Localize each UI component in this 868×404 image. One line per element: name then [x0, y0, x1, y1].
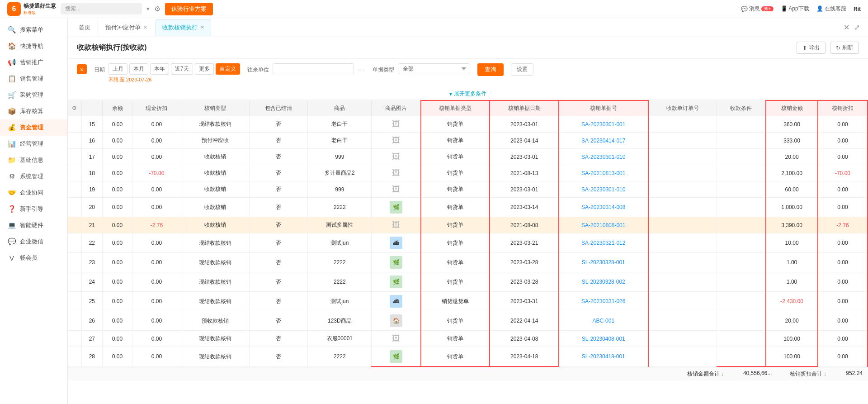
footer-discount-total: 952.24: [846, 370, 863, 378]
page-actions: ⬆ 导出 ↻ 刷新: [797, 42, 859, 54]
tab-home[interactable]: 首页: [71, 18, 98, 37]
td-voucher-no[interactable]: SL-20230408-001: [559, 331, 648, 347]
td-goods: 衣服00001: [308, 331, 372, 347]
sidebar-item-inventory[interactable]: 📦 库存核算: [0, 103, 67, 119]
sidebar: 🔍 搜索菜单 🏠 快捷导航 📢 营销推广 📋 销售管理 🛒 采购管理 📦 库存核…: [0, 18, 68, 404]
td-receipt-order: [648, 272, 717, 292]
sidebar-item-quick-nav[interactable]: 🏠 快捷导航: [0, 38, 67, 54]
th-settings[interactable]: ⚙: [68, 100, 81, 116]
td-include-settled: 否: [249, 198, 307, 217]
td-settings: [68, 133, 81, 149]
td-goods: 老白干: [308, 116, 372, 133]
industry-btn[interactable]: 休验行业方案: [165, 3, 213, 15]
sidebar-item-label: 系统管理: [20, 172, 43, 181]
td-voucher-type: 销货单: [421, 165, 490, 181]
date-btn-7days[interactable]: 近7天: [171, 63, 193, 75]
td-receipt-terms: [717, 198, 766, 217]
td-goods-image: 🏙: [372, 233, 421, 253]
sidebar-item-purchase[interactable]: 🛒 采购管理: [0, 87, 67, 103]
tab-prepay-close[interactable]: ✕: [143, 24, 147, 30]
td-balance: 0.00: [103, 347, 132, 367]
td-include-settled: 否: [249, 253, 307, 272]
td-voucher-date: 2023-03-01: [490, 149, 558, 165]
tab-writeoff[interactable]: 收款核销执行 ✕: [156, 19, 211, 36]
tab-prepay-label: 预付冲应付单: [105, 24, 141, 32]
td-voucher-no[interactable]: SA-20230301-010: [559, 181, 648, 198]
table-footer: 核销金额合计： 40,556,66... 核销折扣合计： 952.24: [68, 367, 868, 380]
tab-restore-btn[interactable]: ⤢: [853, 22, 861, 33]
td-balance: 0.00: [103, 217, 132, 233]
table-row: 22 0.00 0.00 现结收款核销 否 测试jun 🏙 销货单 2023-0…: [68, 233, 868, 253]
td-goods-image: 🌿: [372, 198, 421, 217]
sidebar-item-enterprise[interactable]: 🤝 企业协同: [0, 185, 67, 201]
td-voucher-no[interactable]: SL-20230328-002: [559, 272, 648, 292]
td-seq: 17: [81, 149, 103, 165]
voucher-type-select[interactable]: 全部 销货单 销货退货单: [398, 63, 470, 74]
table-row: 24 0.00 0.00 现结收款核销 否 2222 🌿 销货单 2023-03…: [68, 272, 868, 292]
sidebar-item-business[interactable]: 📊 经营管理: [0, 136, 67, 152]
filter-settings-btn[interactable]: 设置: [511, 63, 533, 76]
column-settings-icon[interactable]: ⚙: [72, 105, 77, 111]
tab-writeoff-close[interactable]: ✕: [200, 24, 204, 30]
td-voucher-no[interactable]: SA-20230301-010: [559, 149, 648, 165]
td-writeoff-amount: 360.00: [766, 116, 818, 133]
sidebar-item-label: 企业协同: [20, 189, 43, 197]
marketing-icon: 📢: [7, 58, 16, 67]
td-balance: 0.00: [103, 181, 132, 198]
td-voucher-no[interactable]: SA-20230301-001: [559, 116, 648, 133]
td-seq: 22: [81, 233, 103, 253]
date-btn-custom[interactable]: 自定义: [216, 63, 240, 75]
td-receipt-order: [648, 198, 717, 217]
page-header: 收款核销执行(按收款) ⬆ 导出 ↻ 刷新: [68, 37, 868, 59]
app-download-link[interactable]: 📱 App下载: [781, 5, 809, 13]
td-voucher-no[interactable]: SL-20230328-001: [559, 253, 648, 272]
footer-amount-total: 40,556,66...: [743, 370, 772, 378]
message-icon[interactable]: 💬 消息 99+: [741, 5, 774, 13]
sidebar-item-base-info[interactable]: 📁 基础信息: [0, 152, 67, 168]
td-voucher-type: 销货单: [421, 149, 490, 165]
date-btn-group: 上月 本月 本年 近7天 更多 自定义: [108, 63, 240, 75]
sidebar-item-sales[interactable]: 📋 销售管理: [0, 71, 67, 87]
date-btn-this-month[interactable]: 本月: [129, 63, 148, 75]
wechat-icon: 💬: [7, 238, 16, 246]
export-btn[interactable]: ⬆ 导出: [797, 42, 826, 54]
tab-close-btn[interactable]: ✕: [843, 22, 850, 33]
sidebar-item-wechat[interactable]: 💬 企业微信: [0, 233, 67, 250]
td-voucher-no[interactable]: SA-20230321-012: [559, 233, 648, 253]
td-voucher-no[interactable]: SL-20230418-001: [559, 347, 648, 367]
sidebar-item-marketing[interactable]: 📢 营销推广: [0, 54, 67, 71]
settings-icon[interactable]: ⚙: [154, 5, 160, 13]
td-voucher-no[interactable]: SA-20210808-001: [559, 217, 648, 233]
sidebar-item-member[interactable]: V 畅会员: [0, 250, 67, 266]
partner-input[interactable]: [273, 63, 354, 74]
td-voucher-no[interactable]: SA-20210813-001: [559, 165, 648, 181]
top-search-box[interactable]: 搜索...: [61, 3, 142, 14]
td-voucher-no[interactable]: SA-20230331-026: [559, 292, 648, 311]
td-writeoff-type: 现结收款核销: [181, 233, 250, 253]
sidebar-item-search[interactable]: 🔍 搜索菜单: [0, 22, 67, 38]
td-cash-discount: -2.76: [132, 217, 181, 233]
td-cash-discount: 0.00: [132, 198, 181, 217]
td-goods-image: 🏠: [372, 311, 421, 331]
date-btn-more[interactable]: 更多: [195, 63, 214, 75]
td-voucher-no[interactable]: SA-20230414-017: [559, 133, 648, 149]
sidebar-item-guide[interactable]: ❓ 新手引导: [0, 201, 67, 217]
query-btn[interactable]: 查询: [477, 63, 504, 76]
td-cash-discount: 0.00: [132, 149, 181, 165]
tab-prepay[interactable]: 预付冲应付单 ✕: [99, 19, 154, 36]
filter-expand-btn[interactable]: »: [77, 64, 87, 74]
sidebar-item-hardware[interactable]: 💻 智能硬件: [0, 217, 67, 233]
td-voucher-no[interactable]: ABC-001: [559, 311, 648, 331]
table-row: 16 0.00 0.00 预付冲应收 否 老白干 🖼 销货单 2023-04-1…: [68, 133, 868, 149]
sidebar-item-system[interactable]: ⚙ 系统管理: [0, 168, 67, 185]
td-voucher-no[interactable]: SA-20230314-008: [559, 198, 648, 217]
date-btn-last-month[interactable]: 上月: [108, 63, 127, 75]
td-cash-discount: 0.00: [132, 233, 181, 253]
td-include-settled: 否: [249, 217, 307, 233]
refresh-btn[interactable]: ↻ 刷新: [830, 42, 859, 54]
date-btn-this-year[interactable]: 本年: [150, 63, 169, 75]
filter-more-bar[interactable]: ▾ 展开更多条件: [68, 88, 868, 100]
sidebar-item-label: 企业微信: [20, 238, 43, 246]
online-service-link[interactable]: 👤 在线客服: [816, 5, 846, 13]
sidebar-item-finance[interactable]: 💰 资金管理: [0, 119, 67, 136]
